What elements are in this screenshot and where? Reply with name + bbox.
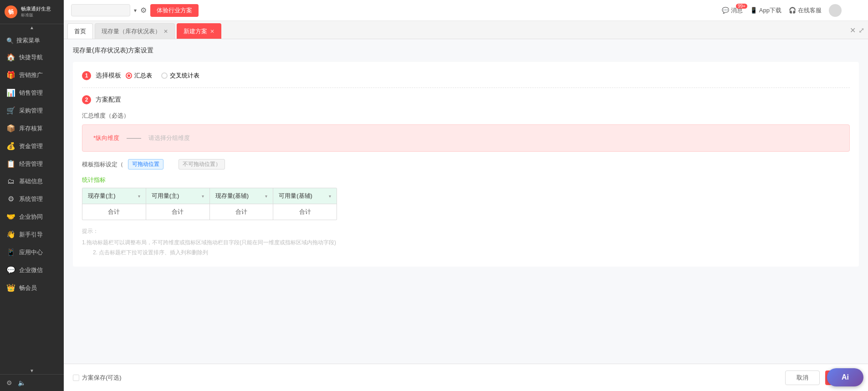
dimension-section-label: 汇总维度（必选） (82, 112, 850, 120)
sidebar-item-label: 系统管理 (19, 195, 43, 203)
radio-cross-label: 交叉统计表 (170, 72, 199, 80)
radio-summary-label: 汇总表 (134, 72, 152, 80)
sidebar-item-newbie[interactable]: 👋 新手引导 (0, 226, 64, 243)
topbar-gear-button[interactable]: ⚙ (140, 6, 147, 15)
col-chevron-2: ▾ (265, 194, 267, 199)
indicator-settings: 模板指标设定（ 可拖动位置 不可拖动位置） (82, 159, 850, 170)
col-header-1[interactable]: 可用量(主) ▾ (146, 188, 210, 204)
col-sub-0: 合计 (82, 204, 146, 220)
topbar: ▾ ⚙ 体验行业方案 💬 消息 99+ 📱 App下载 🎧 在线客服 (64, 0, 868, 21)
handshake-icon: 🤝 (6, 212, 15, 221)
settings-icon[interactable]: ⚙ (6, 379, 12, 386)
template-radio-group: 汇总表 交叉统计表 (126, 72, 199, 80)
sidebar-item-inventory[interactable]: 📦 库存核算 (0, 119, 64, 137)
step2-header: 2 方案配置 (82, 95, 850, 104)
sidebar-nav: 🔍 搜索菜单 🏠 快捷导航 🎁 营销推广 📊 销售管理 🛒 采购管理 📦 库存核… (0, 31, 64, 367)
sidebar-item-finance[interactable]: 💰 资金管理 (0, 137, 64, 155)
ai-float-button[interactable]: Ai (827, 368, 863, 386)
step2-badge: 2 (82, 95, 91, 104)
indicator-sep (168, 160, 174, 169)
sidebar-scroll-down[interactable]: ▼ (0, 367, 64, 374)
col-header-3[interactable]: 可用量(基辅) ▾ (273, 188, 337, 204)
sidebar-search-label: 搜索菜单 (16, 36, 40, 45)
message-badge: 99+ (736, 4, 747, 9)
dimension-required: *纵向维度 (93, 134, 119, 142)
dimension-box[interactable]: *纵向维度 —— 请选择分组维度 (82, 124, 850, 152)
logo-icon: 畅 (5, 5, 17, 18)
tabs-expand-button[interactable]: ⤢ (858, 26, 864, 34)
sidebar-item-wechat[interactable]: 💬 企业微信 (0, 261, 64, 279)
tab-home[interactable]: 首页 (67, 23, 93, 39)
stat-table-body: 合计 合计 合计 合计 (82, 204, 337, 220)
sidebar-scroll-up[interactable]: ▲ (0, 24, 64, 31)
trial-button[interactable]: 体验行业方案 (150, 4, 199, 17)
sidebar-item-purchase[interactable]: 🛒 采购管理 (0, 102, 64, 119)
sidebar-item-label: 销售管理 (19, 89, 43, 97)
indicator-movable-badge: 可拖动位置 (128, 159, 163, 170)
sidebar-item-label: 采购管理 (19, 107, 43, 115)
bottom-bar: 方案保存(可选) 取消 查询 (64, 364, 868, 391)
chart-icon: 📊 (6, 88, 15, 97)
col-label-0: 现存量(主) (88, 192, 116, 200)
sound-icon[interactable]: 🔈 (18, 379, 26, 386)
tip-0: 1.拖动标题栏可以调整布局，不可跨维度或指标区域拖动栏目字段(只能在同一维度或指… (82, 238, 850, 248)
cancel-button[interactable]: 取消 (785, 370, 820, 385)
app-icon: 📱 (750, 7, 757, 14)
sidebar-item-member[interactable]: 👑 畅会员 (0, 279, 64, 297)
tab-inventory-label: 现存量（库存状况表） (102, 27, 161, 36)
box-icon: 📦 (6, 124, 15, 133)
gear-icon: ⚙ (6, 195, 15, 203)
sidebar-item-label: 企业微信 (19, 266, 43, 274)
indicator-label: 模板指标设定（ (82, 160, 123, 169)
main-area: ▾ ⚙ 体验行业方案 💬 消息 99+ 📱 App下载 🎧 在线客服 (64, 0, 868, 391)
topbar-message[interactable]: 💬 消息 99+ (722, 6, 743, 15)
tab-inventory-close[interactable]: ✕ (163, 28, 168, 35)
folder-icon: 🗂 (6, 177, 15, 185)
sidebar-item-label: 资金管理 (19, 142, 43, 150)
user-avatar (829, 4, 842, 17)
sidebar-search[interactable]: 🔍 搜索菜单 (0, 33, 64, 48)
sidebar-item-shortcut[interactable]: 🏠 快捷导航 (0, 48, 64, 66)
sidebar-item-apps[interactable]: 📱 应用中心 (0, 243, 64, 261)
save-option[interactable]: 方案保存(可选) (73, 374, 122, 382)
sidebar-item-basic[interactable]: 🗂 基础信息 (0, 173, 64, 190)
indicator-unmovable-badge: 不可拖动位置） (179, 159, 225, 170)
col-chevron-1: ▾ (202, 194, 204, 199)
step1-badge: 1 (82, 71, 91, 80)
sidebar-item-sales[interactable]: 📊 销售管理 (0, 84, 64, 102)
message-icon: 💬 (722, 7, 729, 14)
main-content: 现存量(库存状况表)方案设置 1 选择模板 汇总表 交叉统计表 (64, 39, 868, 364)
topbar-online-service[interactable]: 🎧 在线客服 (789, 6, 822, 15)
mobile-icon: 📱 (6, 248, 15, 257)
money-icon: 💰 (6, 142, 15, 150)
chat-icon: 💬 (6, 266, 15, 274)
topbar-left: ▾ ⚙ 体验行业方案 (71, 4, 717, 17)
topbar-dropdown-button[interactable]: ▾ (134, 7, 137, 14)
topbar-user[interactable] (829, 4, 861, 17)
radio-summary-dot (126, 72, 132, 79)
col-chevron-3: ▾ (329, 194, 331, 199)
radio-cross[interactable]: 交叉统计表 (161, 72, 199, 80)
sidebar-item-system[interactable]: ⚙ 系统管理 (0, 190, 64, 208)
step1-header: 1 选择模板 汇总表 交叉统计表 (82, 71, 850, 80)
col-header-2[interactable]: 现存量(基辅) ▾ (210, 188, 274, 204)
sidebar-item-contract[interactable]: 🤝 企业协同 (0, 208, 64, 226)
radio-summary[interactable]: 汇总表 (126, 72, 152, 80)
page-title: 现存量(库存状况表)方案设置 (73, 46, 859, 55)
tabs-close-button[interactable]: ✕ (850, 26, 856, 34)
tips-section: 提示： 1.拖动标题栏可以调整布局，不可跨维度或指标区域拖动栏目字段(只能在同一… (82, 227, 850, 257)
service-label: 在线客服 (798, 6, 822, 15)
user-name (844, 6, 861, 14)
col-chevron-0: ▾ (138, 194, 140, 199)
tab-new-scheme-close[interactable]: ✕ (210, 28, 214, 35)
sidebar-item-label: 营销推广 (19, 71, 43, 79)
save-checkbox[interactable] (73, 375, 79, 381)
radio-cross-dot (161, 72, 168, 79)
tab-new-scheme[interactable]: 新建方案 ✕ (177, 23, 221, 39)
sidebar-item-operations[interactable]: 📋 经营管理 (0, 155, 64, 173)
sidebar-item-marketing[interactable]: 🎁 营销推广 (0, 66, 64, 84)
topbar-app-download[interactable]: 📱 App下载 (750, 6, 781, 15)
col-header-0[interactable]: 现存量(主) ▾ (82, 188, 146, 204)
step-divider (82, 87, 850, 88)
tab-inventory-status[interactable]: 现存量（库存状况表） ✕ (95, 23, 175, 39)
